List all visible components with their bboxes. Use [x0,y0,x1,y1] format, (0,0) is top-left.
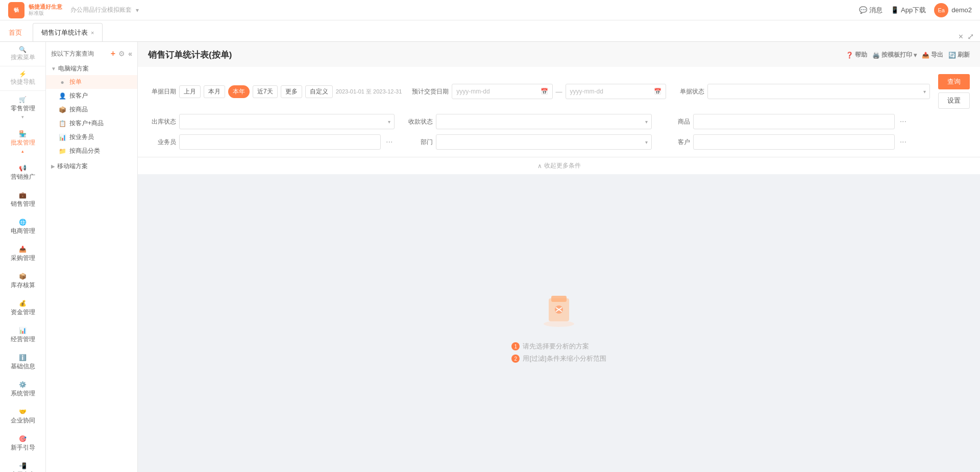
customer-group: 客户 ··· [652,134,909,150]
payment-select[interactable] [436,114,651,129]
goods-ellipsis-button[interactable]: ··· [898,117,909,126]
expected-date-end[interactable]: yyyy-mm-dd 📅 [566,84,666,99]
payment-label: 收款状态 [405,117,433,126]
page-title-text: 销售订单统计表(按单) [148,49,232,61]
filter-row-3: 业务员 ··· 部门 ▾ 客户 [148,134,970,150]
sidebar-item-appcenter[interactable]: 📲 应用中心 [0,457,45,472]
export-button[interactable]: 📤 导出 [922,51,943,59]
sidebar-item-wholesale[interactable]: 🏪 批发管理 ▴ [0,125,45,159]
template-print-button[interactable]: 🖨️ 按模板打印 ▾ [872,51,917,59]
page-title-actions: ❓ 帮助 🖨️ 按模板打印 ▾ 📤 导出 � [846,51,970,59]
app-logo: 畅 [8,2,24,18]
message-button[interactable]: 💬 消息 [859,6,883,15]
scheme-item-by-customer-goods[interactable]: 📋 按客户+商品 [46,116,137,130]
scheme-group-header-desktop[interactable]: ▼ 电脑端方案 [46,62,137,75]
sidebar-item-sales[interactable]: 💼 销售管理 [0,186,45,214]
date-btn-this-year[interactable]: 本年 [228,85,250,98]
scheme-add-button[interactable]: + [111,49,115,58]
scheme-item-by-goods[interactable]: 📦 按商品 [46,103,137,116]
scheme-group-mobile: ▶ 移动端方案 [46,160,137,173]
date-separator: — [556,88,562,96]
scheme-item-by-customer[interactable]: 👤 按客户 [46,89,137,103]
settings-button[interactable]: 设置 [938,92,970,109]
topbar-right: 💬 消息 📱 App下载 Ea demo2 [859,3,972,17]
export-icon: 📤 [922,52,929,59]
date-btn-more[interactable]: 更多 [281,85,302,98]
maximize-icon[interactable]: ⤢ [967,32,974,41]
app-download-button[interactable]: 📱 App下载 [891,6,926,15]
tab-home[interactable]: 首页 [0,23,31,41]
query-button[interactable]: 查询 [938,74,970,89]
customer-ellipsis-button[interactable]: ··· [898,137,909,147]
calendar-icon-start: 📅 [541,88,548,95]
sidebar-item-system[interactable]: ⚙️ 系统管理 [0,376,45,403]
scheme-item-by-order[interactable]: ● 按单 [46,75,137,89]
dept-select-wrap: ▾ [436,134,651,150]
download-icon: 📱 [891,6,899,14]
print-dropdown-icon: ▾ [914,52,917,59]
sidebar-search[interactable]: 🔍 搜索菜单 [0,42,45,66]
date-btn-last-month[interactable]: 上月 [179,85,201,98]
dropdown-title: 办公用品行业模拟账套 [70,6,132,14]
tab-sales-stat[interactable]: 销售订单统计表 × [33,23,103,41]
sidebar-item-collaboration[interactable]: 🤝 企业协同 [0,403,45,430]
sidebar-item-retail[interactable]: 🛒 零售管理 ▾ [0,91,45,125]
page-title-row: 销售订单统计表(按单) ❓ 帮助 🖨️ 按模板打印 ▾ 📤 [148,49,970,61]
scheme-settings-button[interactable]: ⚙ [118,50,125,58]
status-select[interactable] [707,84,930,99]
scheme-icon-category: 📁 [58,147,66,155]
sidebar-item-basic[interactable]: ℹ️ 基础信息 [0,349,45,376]
outbound-select-wrap: ▾ [179,114,395,129]
scheme-icon-salesperson: 📊 [58,133,66,141]
date-btn-custom[interactable]: 自定义 [305,85,333,98]
sidebar-item-marketing[interactable]: 📢 营销推广 [0,159,45,186]
sidebar-item-inventory[interactable]: 📦 库存核算 [0,268,45,295]
salesperson-group: 业务员 ··· [148,134,395,150]
collapse-bar[interactable]: ∧ 收起更多条件 [138,157,980,174]
sidebar-item-ecommerce[interactable]: 🌐 电商管理 [0,214,45,241]
sidebar-item-finance[interactable]: 💰 资金管理 [0,295,45,322]
tab-close-icon[interactable]: × [91,30,94,36]
group-expand-icon-mobile: ▶ [51,163,55,169]
customer-input[interactable] [693,134,895,150]
minimize-icon[interactable]: × [959,32,963,41]
topbar-left: 畅 畅捷通好生意 标准版 办公用品行业模拟账套 ▾ [8,2,139,18]
app-subtitle: 标准版 [29,10,62,16]
dept-group: 部门 ▾ [395,134,651,150]
topbar: 畅 畅捷通好生意 标准版 办公用品行业模拟账套 ▾ 💬 消息 📱 App下载 E… [0,0,980,20]
refresh-button[interactable]: 🔄 刷新 [948,51,970,59]
outbound-select[interactable] [179,114,395,129]
outbound-group: 出库状态 ▾ [148,114,395,129]
goods-group: 商品 ··· [652,114,909,129]
payment-group: 收款状态 ▾ [395,114,651,129]
empty-tip-2: 2 用[过滤]条件来缩小分析范围 [511,354,606,363]
query-buttons-group: 查询 设置 [930,74,970,109]
scheme-item-by-category[interactable]: 📁 按商品分类 [46,144,137,158]
date-range-display: 2023-01-01 至 2023-12-31 [336,88,402,96]
expected-date-start[interactable]: yyyy-mm-dd 📅 [452,84,552,99]
date-filter-group: 单据日期 上月 本月 本年 近7天 更多 自定义 2023-01-01 至 20… [148,85,402,98]
expected-date-group: 预计交货日期 yyyy-mm-dd 📅 — yyyy-mm-dd 📅 [402,84,666,99]
salesperson-ellipsis-button[interactable]: ··· [384,137,395,147]
salesperson-input[interactable] [179,134,381,150]
dropdown-arrow-icon[interactable]: ▾ [136,7,139,14]
help-icon: ❓ [846,52,853,59]
goods-input[interactable] [693,114,895,129]
scheme-icon-order: ● [58,78,66,86]
sidebar-item-newuser[interactable]: 🎯 新手引导 [0,430,45,457]
help-button[interactable]: ❓ 帮助 [846,51,867,59]
scheme-item-by-salesperson[interactable]: 📊 按业务员 [46,130,137,144]
scheme-collapse-button[interactable]: « [128,50,132,58]
status-filter-group: 单据状态 ▾ [666,84,930,99]
main-layout: 🔍 搜索菜单 ⚡ 快捷导航 🛒 零售管理 ▾ 🏪 批发管理 ▴ 📢 营销推广 💼… [0,42,980,472]
avatar: Ea [934,3,948,17]
date-btn-this-month[interactable]: 本月 [204,85,225,98]
empty-tips: 1 请先选择要分析的方案 2 用[过滤]条件来缩小分析范围 [511,342,606,363]
sidebar-item-operations[interactable]: 📊 经营管理 [0,322,45,349]
user-menu-button[interactable]: Ea demo2 [934,3,972,17]
dept-select[interactable] [436,134,651,150]
date-btn-last-7days[interactable]: 近7天 [253,85,278,98]
scheme-group-header-mobile[interactable]: ▶ 移动端方案 [46,160,137,173]
sidebar-quick-nav[interactable]: ⚡ 快捷导航 [0,66,45,91]
sidebar-item-purchase[interactable]: 📥 采购管理 [0,241,45,268]
